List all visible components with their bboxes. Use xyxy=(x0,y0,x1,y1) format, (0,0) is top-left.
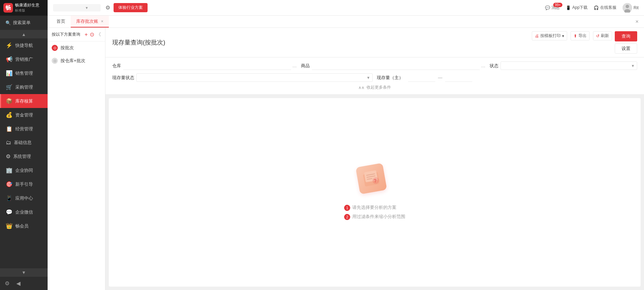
newbie-icon: 🎯 xyxy=(6,181,13,187)
sidebar-scroll-up[interactable]: ▲ xyxy=(0,30,48,38)
collapse-conditions-button[interactable]: ∧∧ 收起更多条件 xyxy=(112,82,637,90)
search-icon: 🔍 xyxy=(5,20,11,25)
product-filter: 商品 … xyxy=(301,62,486,70)
left-panel-title: 按以下方案查询 xyxy=(52,32,80,37)
stock-qty-dash: — xyxy=(438,75,442,80)
finance-icon: 💰 xyxy=(6,112,13,118)
sidebar-item-label: 采购管理 xyxy=(15,84,33,90)
purchase-icon: 🛒 xyxy=(6,84,13,90)
settings-icon[interactable]: ⚙ xyxy=(5,280,10,287)
refresh-icon: ↺ xyxy=(596,34,599,38)
hint-1-text: 请先选择要分析的方案 xyxy=(352,204,396,211)
stock-status-select[interactable]: ▾ xyxy=(136,73,373,82)
scheme-item-label: 按仓库+批次 xyxy=(61,58,85,64)
topbar-search-input[interactable] xyxy=(56,5,84,10)
page-header-actions: 🖨 按模板打印 ▾ ⬆ 导出 ↺ 刷新 xyxy=(532,31,612,40)
scheme-item-by-batch[interactable]: ⊙ 按批次 xyxy=(48,41,105,54)
experience-button[interactable]: 体验行业方案 xyxy=(114,3,148,12)
product-input[interactable] xyxy=(312,62,480,70)
member-icon: 👑 xyxy=(6,223,13,229)
sidebar: 畅 畅康通好生意 标准版 🔍 搜索菜单 ▲ ⚡ 快捷导航 📢 营销推广 📊 销售… xyxy=(0,0,48,290)
empty-hint-1: 1 请先选择要分析的方案 xyxy=(344,204,405,211)
query-settings-col: 查询 设置 xyxy=(615,31,637,54)
sidebar-item-label: 系统管理 xyxy=(13,153,31,160)
messages-badge: 99+ xyxy=(553,3,562,7)
empty-state: ? 1 请先选择要分析的方案 2 用过滤条件来缩小分析范围 xyxy=(344,165,405,220)
scheme-inactive-icon: ⊙ xyxy=(52,58,58,64)
status-select[interactable]: ▾ xyxy=(501,61,637,70)
sidebar-brand: 畅康通好生意 标准版 xyxy=(15,3,39,13)
sidebar-item-sales[interactable]: 📊 销售管理 xyxy=(0,66,48,80)
topbar: ▾ ⚙ 体验行业方案 💬 消息 99+ 📱 App下载 🎧 在线客服 xyxy=(48,0,644,16)
status-filter: 状态 ▾ xyxy=(490,61,637,70)
query-button[interactable]: 查询 xyxy=(615,31,637,41)
sidebar-item-wechat[interactable]: 💬 企业微信 xyxy=(0,205,48,219)
app-download-button[interactable]: 📱 App下载 xyxy=(566,5,588,11)
product-more-icon[interactable]: … xyxy=(481,63,486,68)
marketing-icon: 📢 xyxy=(6,56,13,62)
stock-qty-to-input[interactable] xyxy=(445,74,472,82)
enterprise-icon: 🏢 xyxy=(6,167,13,174)
filter-row-1: 仓库 … 商品 … 状态 ▾ xyxy=(112,61,637,70)
user-profile-button[interactable]: Rit xyxy=(623,3,639,13)
inventory-icon: 📦 xyxy=(6,98,13,104)
sidebar-item-label: 销售管理 xyxy=(15,70,33,76)
svg-point-1 xyxy=(626,5,629,8)
refresh-button[interactable]: ↺ 刷新 xyxy=(593,31,612,40)
content-area: ? 1 请先选择要分析的方案 2 用过滤条件来缩小分析范围 xyxy=(109,98,641,287)
sidebar-item-newbie[interactable]: 🎯 新手引导 xyxy=(0,177,48,191)
sidebar-item-label: 畅会员 xyxy=(15,223,29,229)
status-chevron-icon: ▾ xyxy=(632,63,634,68)
sidebar-item-label: 库存核算 xyxy=(15,98,33,104)
export-icon: ⬆ xyxy=(574,34,577,38)
sidebar-item-label: 基础信息 xyxy=(14,140,32,146)
topbar-gear-icon[interactable]: ⚙ xyxy=(105,4,110,11)
topbar-dropdown-icon[interactable]: ▾ xyxy=(86,5,88,10)
sidebar-item-operation[interactable]: 📋 经营管理 xyxy=(0,122,48,136)
wechat-icon: 💬 xyxy=(6,209,13,215)
sidebar-scroll-down[interactable]: ▼ xyxy=(0,268,48,276)
status-label: 状态 xyxy=(490,63,498,69)
tab-inventory-batch[interactable]: 库存批次账 × xyxy=(71,16,109,28)
scheme-item-by-warehouse-batch[interactable]: ⊙ 按仓库+批次 xyxy=(48,54,105,67)
sidebar-item-inventory[interactable]: 📦 库存核算 xyxy=(0,94,48,108)
warehouse-input[interactable] xyxy=(123,62,291,70)
stock-status-chevron-icon: ▾ xyxy=(367,75,370,80)
sidebar-item-purchase[interactable]: 🛒 采购管理 xyxy=(0,80,48,94)
right-panel: 现存量查询(按批次) 🖨 按模板打印 ▾ ⬆ 导出 ↺ xyxy=(105,28,644,290)
export-button[interactable]: ⬆ 导出 xyxy=(571,31,590,40)
sidebar-item-finance[interactable]: 💰 资金管理 xyxy=(0,108,48,122)
sidebar-item-quick-nav[interactable]: ⚡ 快捷导航 xyxy=(0,38,48,52)
config-scheme-button[interactable]: ⊙ xyxy=(90,31,94,38)
main-content: ▾ ⚙ 体验行业方案 💬 消息 99+ 📱 App下载 🎧 在线客服 xyxy=(48,0,644,290)
tab-close-button[interactable]: × xyxy=(101,19,103,24)
sidebar-item-enterprise[interactable]: 🏢 企业协同 xyxy=(0,163,48,177)
sidebar-search-section[interactable]: 🔍 搜索菜单 xyxy=(0,16,48,30)
collapse-panel-button[interactable]: 《 xyxy=(96,32,101,38)
search-menu-button[interactable]: 🔍 搜索菜单 xyxy=(3,18,44,27)
empty-icon: ? xyxy=(358,165,392,199)
sidebar-item-member[interactable]: 👑 畅会员 xyxy=(0,219,48,233)
add-scheme-button[interactable]: + xyxy=(85,32,88,38)
stock-qty-from-input[interactable] xyxy=(408,74,435,82)
tabbar: 首页 库存批次账 × × xyxy=(48,16,644,28)
topbar-search-wrap[interactable]: ▾ xyxy=(53,4,101,12)
sidebar-item-marketing[interactable]: 📢 营销推广 xyxy=(0,52,48,66)
sidebar-item-app-center[interactable]: 📱 应用中心 xyxy=(0,191,48,205)
sidebar-item-base[interactable]: 🗂 基础信息 xyxy=(0,136,48,149)
print-dropdown-icon[interactable]: ▾ xyxy=(562,34,564,38)
tab-home[interactable]: 首页 xyxy=(51,16,71,28)
panel-close-button[interactable]: × xyxy=(635,19,639,25)
sidebar-item-system[interactable]: ⚙ 系统管理 xyxy=(0,149,48,163)
page-title: 现存量查询(按批次) xyxy=(112,38,165,47)
settings-button[interactable]: 设置 xyxy=(615,43,637,54)
hint-2-number: 2 xyxy=(344,214,350,220)
app-center-icon: 📱 xyxy=(6,195,13,201)
sidebar-nav: ⚡ 快捷导航 📢 营销推广 📊 销售管理 🛒 采购管理 📦 库存核算 💰 资金管… xyxy=(0,38,48,268)
scheme-item-label: 按批次 xyxy=(61,45,74,51)
collapse-icon[interactable]: ◀ xyxy=(16,280,20,287)
warehouse-more-icon[interactable]: … xyxy=(292,63,297,68)
print-button[interactable]: 🖨 按模板打印 ▾ xyxy=(532,31,567,40)
online-service-button[interactable]: 🎧 在线客服 xyxy=(594,5,616,11)
messages-button[interactable]: 💬 消息 99+ xyxy=(545,5,560,11)
